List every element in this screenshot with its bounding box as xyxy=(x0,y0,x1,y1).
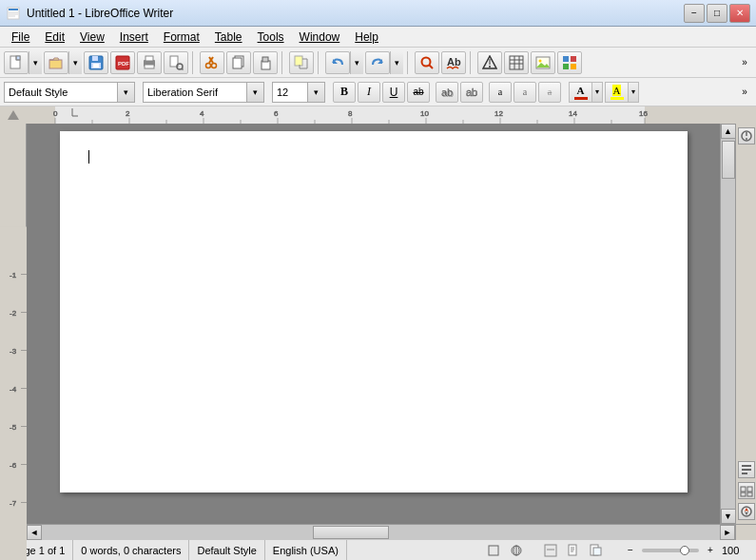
main-work-area: -1 -2 -3 -4 -5 -6 -7 ▲ xyxy=(0,124,756,524)
menu-file[interactable]: File xyxy=(4,29,37,46)
undo-dropdown-arrow[interactable]: ▾ xyxy=(350,51,363,74)
menu-tools[interactable]: Tools xyxy=(250,29,292,46)
font-size-field[interactable]: 12 xyxy=(272,82,308,103)
open-dropdown-arrow[interactable]: ▾ xyxy=(68,51,82,74)
paste-button[interactable] xyxy=(253,51,278,74)
copy-button[interactable] xyxy=(226,51,251,74)
document-content[interactable] xyxy=(27,124,720,524)
status-save-icon[interactable] xyxy=(541,542,560,559)
find-button[interactable] xyxy=(415,51,439,74)
menu-insert[interactable]: Insert xyxy=(112,29,156,46)
font-color-button[interactable]: A xyxy=(569,82,591,103)
undo-button[interactable] xyxy=(325,51,350,74)
svg-point-44 xyxy=(539,59,542,62)
insert-chart-button[interactable] xyxy=(557,51,582,74)
svg-text:12: 12 xyxy=(494,109,503,118)
status-doc-icon[interactable] xyxy=(564,542,583,559)
auto-format-button[interactable] xyxy=(477,51,502,74)
status-right-area: − + 100 xyxy=(484,542,752,559)
menu-window[interactable]: Window xyxy=(292,29,348,46)
svg-text:2: 2 xyxy=(126,109,130,118)
scroll-thumb-horizontal[interactable] xyxy=(313,526,389,539)
status-web-view-button[interactable] xyxy=(507,542,526,559)
insert-image-button[interactable] xyxy=(531,51,555,74)
status-doc2-icon[interactable] xyxy=(587,542,606,559)
scroll-up-button[interactable]: ▲ xyxy=(721,124,736,139)
insert-table-button[interactable] xyxy=(504,51,529,74)
svg-text:10: 10 xyxy=(420,109,429,118)
strikethrough-button[interactable]: ab xyxy=(407,82,430,103)
standard-toolbar: ▾ ▾ PDF ▾ xyxy=(0,48,756,78)
panel-navigator-button[interactable] xyxy=(738,503,755,520)
panel-style-button[interactable] xyxy=(738,461,755,478)
scroll-track-vertical[interactable] xyxy=(721,139,736,509)
svg-rect-6 xyxy=(16,56,20,60)
style-select-arrow[interactable]: ▾ xyxy=(118,82,135,103)
menu-table[interactable]: Table xyxy=(207,29,250,46)
highlight-color-control: A ▾ xyxy=(605,82,639,103)
zoom-thumb[interactable] xyxy=(680,546,689,555)
highlight-color-indicator xyxy=(611,97,624,100)
print-preview-button[interactable] xyxy=(164,51,188,74)
menu-view[interactable]: View xyxy=(72,29,112,46)
char-format-btn2[interactable]: a xyxy=(514,82,536,103)
panel-gallery-button[interactable] xyxy=(738,482,755,499)
panel-properties-button[interactable] xyxy=(738,127,755,145)
print-button[interactable] xyxy=(137,51,162,74)
outline-text-button[interactable]: ab xyxy=(460,82,483,103)
menu-bar: File Edit View Insert Format Table Tools… xyxy=(0,27,756,48)
close-button[interactable]: ✕ xyxy=(729,4,750,23)
redo-button[interactable] xyxy=(365,51,390,74)
save-button[interactable] xyxy=(84,51,108,74)
style-select-field[interactable]: Default Style xyxy=(4,82,118,103)
menu-format[interactable]: Format xyxy=(156,29,207,46)
underline-button[interactable]: U xyxy=(382,82,405,103)
highlight-color-button[interactable]: A xyxy=(605,82,628,103)
save-pdf-button[interactable]: PDF xyxy=(110,51,135,74)
scroll-right-button[interactable]: ► xyxy=(720,525,735,540)
status-standard-view-button[interactable] xyxy=(484,542,503,559)
separator3 xyxy=(318,51,321,74)
font-size-arrow[interactable]: ▾ xyxy=(308,82,325,103)
document-area: ▲ ▼ xyxy=(27,124,735,524)
minimize-button[interactable]: − xyxy=(684,4,705,23)
scroll-track-horizontal[interactable] xyxy=(42,525,720,540)
char-format-btn1[interactable]: a xyxy=(489,82,512,103)
new-dropdown-arrow[interactable]: ▾ xyxy=(29,51,42,74)
toolbar2-more-button[interactable]: » xyxy=(737,82,752,103)
toolbar1-more-button[interactable]: » xyxy=(737,51,752,74)
char-format-btn3[interactable]: a xyxy=(538,82,561,103)
maximize-button[interactable]: □ xyxy=(707,4,727,23)
svg-marker-106 xyxy=(745,508,748,512)
menu-help[interactable]: Help xyxy=(347,29,386,46)
scroll-down-button[interactable]: ▼ xyxy=(721,509,736,524)
shadow-text-button[interactable]: ab xyxy=(436,82,458,103)
new-button[interactable] xyxy=(4,51,29,74)
svg-text:4: 4 xyxy=(200,109,204,118)
svg-point-32 xyxy=(422,57,431,66)
cut-button[interactable] xyxy=(200,51,224,74)
ruler-corner xyxy=(0,106,27,124)
zoom-slider[interactable] xyxy=(642,549,699,552)
font-color-arrow[interactable]: ▾ xyxy=(591,82,603,103)
spellcheck-button[interactable]: Abc xyxy=(441,51,466,74)
left-margin-ruler: -1 -2 -3 -4 -5 -6 -7 xyxy=(0,124,27,524)
svg-text:8: 8 xyxy=(348,109,353,118)
bold-button[interactable]: B xyxy=(333,82,356,103)
font-select-field[interactable]: Liberation Serif xyxy=(143,82,247,103)
highlight-color-arrow[interactable]: ▾ xyxy=(628,82,639,103)
scroll-left-button[interactable]: ◄ xyxy=(27,525,42,540)
zoom-out-button[interactable]: − xyxy=(621,542,640,559)
status-language: English (USA) xyxy=(265,540,347,560)
menu-edit[interactable]: Edit xyxy=(37,29,72,46)
svg-marker-8 xyxy=(49,58,59,60)
redo-dropdown-arrow[interactable]: ▾ xyxy=(390,51,403,74)
font-select-arrow[interactable]: ▾ xyxy=(247,82,264,103)
zoom-in-button[interactable]: + xyxy=(701,542,720,559)
document-page[interactable] xyxy=(60,131,688,492)
italic-button[interactable]: I xyxy=(358,82,380,103)
open-button[interactable] xyxy=(44,51,68,74)
svg-rect-99 xyxy=(742,469,751,471)
scroll-thumb-vertical[interactable] xyxy=(722,141,735,179)
clone-format-button[interactable] xyxy=(289,51,314,74)
